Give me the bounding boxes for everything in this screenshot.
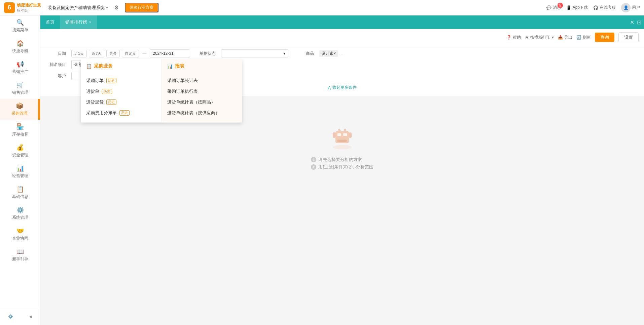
sidebar-item-finance[interactable]: 💰 资金管理 bbox=[0, 140, 40, 161]
purchase-section-icon: 📋 bbox=[86, 64, 92, 69]
sidebar-settings-button[interactable]: ⚙️ bbox=[8, 311, 13, 322]
box-icon: 📦 bbox=[16, 102, 23, 110]
date-7day[interactable]: 近7天 bbox=[89, 50, 104, 57]
tab-home[interactable]: 首页 bbox=[40, 15, 60, 29]
phone-icon: 📱 bbox=[566, 5, 571, 10]
page-content: ❓ 帮助 🖨 按模板打印 ▾ 📤 导出 🔄 刷新 查询 设置 bbox=[40, 29, 644, 325]
tab-close-icon[interactable]: × bbox=[89, 20, 92, 25]
window-close-icon[interactable]: ✕ bbox=[630, 19, 634, 26]
goods-more-icon[interactable]: ... bbox=[339, 51, 343, 56]
app-download-button[interactable]: 📱 App下载 bbox=[566, 5, 588, 10]
headset-icon: 🎧 bbox=[593, 5, 598, 10]
active-indicator bbox=[38, 99, 39, 120]
dropdown-arrow-icon[interactable]: ▾ bbox=[106, 5, 108, 10]
purchase-section-title: 📋 采购业务 bbox=[86, 63, 156, 71]
search-icon: 🔍 bbox=[16, 19, 24, 26]
sidebar-item-purchase[interactable]: 📦 采购管理 bbox=[0, 99, 40, 120]
sidebar-item-operations[interactable]: 📊 经营管理 bbox=[0, 161, 40, 182]
menu-item-goods-stat-by-product[interactable]: 进货单统计表（按商品） bbox=[167, 97, 237, 108]
settings-icon[interactable]: ⚙ bbox=[114, 4, 119, 11]
trial-button[interactable]: 体验行业方案 bbox=[125, 3, 158, 12]
logo-area: 6 畅捷通好生意 标准版 bbox=[4, 2, 44, 13]
date-custom[interactable]: 自定义 bbox=[122, 50, 139, 57]
page-settings-button[interactable]: 设置 bbox=[618, 32, 639, 42]
topbar-right: 💬 消息 5 📱 App下载 🎧 在线客服 👤 用户 bbox=[546, 3, 640, 12]
print-arrow-icon: ▾ bbox=[552, 35, 554, 40]
chart-icon: 📊 bbox=[16, 165, 24, 172]
history-badge-1: 历史 bbox=[102, 89, 112, 94]
customer-label: 客户 bbox=[46, 73, 66, 79]
sidebar-collapse-button[interactable]: ◀ bbox=[29, 311, 32, 322]
help-icon: ❓ bbox=[506, 35, 511, 40]
svg-rect-2 bbox=[337, 133, 341, 136]
empty-illustration bbox=[325, 123, 359, 150]
history-badge-2: 历史 bbox=[106, 99, 116, 105]
collapse-icon: ◀ bbox=[29, 314, 32, 319]
date-input[interactable]: 2024-12-31 bbox=[150, 49, 190, 57]
content-area: 首页 销售排行榜 × ✕ ⊡ ❓ 帮助 🖨 按模板打印 bbox=[40, 15, 644, 325]
report-section: 📊 报表 采购订单统计表 采购订单执行表 进货单统计表（按商品） bbox=[162, 59, 243, 122]
dropdown-header: 📋 采购业务 采购订单 历史 进货单 历史 进货退货 bbox=[81, 59, 242, 123]
print-icon: 🖨 bbox=[525, 35, 529, 40]
settings-bottom-icon: ⚙️ bbox=[8, 314, 13, 319]
sidebar-item-search[interactable]: 🔍 搜索菜单 bbox=[0, 15, 40, 36]
user-button[interactable]: 👤 用户 bbox=[621, 3, 640, 12]
window-maximize-icon[interactable]: ⊡ bbox=[637, 19, 641, 26]
sidebar-item-basic[interactable]: 📋 基础信息 bbox=[0, 182, 40, 203]
warehouse-icon: 🏪 bbox=[16, 123, 24, 130]
query-button[interactable]: 查询 bbox=[595, 33, 614, 42]
print-button[interactable]: 🖨 按模板打印 ▾ bbox=[525, 35, 554, 40]
message-badge: 5 bbox=[558, 3, 563, 8]
svg-rect-3 bbox=[343, 133, 347, 136]
menu-item-goods-return[interactable]: 进货退货 历史 bbox=[86, 97, 156, 108]
menu-item-purchase-order-exec[interactable]: 采购订单执行表 bbox=[167, 86, 237, 97]
date-range: 近1天 近7天 更多 自定义 — 2024-12-31 bbox=[71, 49, 190, 57]
sidebar-item-guide[interactable]: 📖 新手引导 bbox=[0, 245, 40, 266]
message-icon: 💬 bbox=[546, 5, 551, 10]
sidebar-item-marketing[interactable]: 📢 营销推广 bbox=[0, 57, 40, 78]
export-button[interactable]: 📤 导出 bbox=[558, 35, 572, 40]
handshake-icon: 🤝 bbox=[16, 227, 24, 235]
menu-item-goods-stat-by-supplier[interactable]: 进货单统计表（按供应商） bbox=[167, 108, 237, 118]
topbar: 6 畅捷通好生意 标准版 装备及固定资产辅助管理系统 ▾ ⚙ 体验行业方案 💬 … bbox=[0, 0, 644, 15]
report-section-icon: 📊 bbox=[167, 64, 173, 69]
message-button[interactable]: 💬 消息 5 bbox=[546, 5, 561, 10]
home-icon: 🏠 bbox=[16, 40, 24, 47]
menu-item-goods-receipt[interactable]: 进货单 历史 bbox=[86, 86, 156, 97]
refresh-button[interactable]: 🔄 刷新 bbox=[576, 35, 591, 40]
date-1day[interactable]: 近1天 bbox=[71, 50, 87, 57]
menu-item-purchase-order[interactable]: 采购订单 历史 bbox=[86, 75, 156, 86]
tab-sales-rank[interactable]: 销售排行榜 × bbox=[60, 15, 97, 29]
date-more[interactable]: 更多 bbox=[106, 50, 120, 57]
menu-item-expense[interactable]: 采购费用分摊单 历史 bbox=[86, 108, 156, 118]
tab-bar-right: ✕ ⊡ bbox=[630, 19, 644, 26]
svg-point-0 bbox=[333, 145, 352, 150]
book-icon: 📖 bbox=[16, 248, 24, 255]
purchase-section: 📋 采购业务 采购订单 历史 进货单 历史 进货退货 bbox=[81, 59, 162, 122]
sidebar-item-enterprise[interactable]: 🤝 企业协同 bbox=[0, 224, 40, 245]
help-button[interactable]: ❓ 帮助 bbox=[506, 35, 521, 40]
menu-item-purchase-order-stat[interactable]: 采购订单统计表 bbox=[167, 75, 237, 86]
collapse-up-icon: ⋀ bbox=[328, 85, 331, 90]
doc-status-select[interactable]: ▾ bbox=[221, 49, 288, 57]
history-badge-0: 历史 bbox=[106, 78, 116, 83]
goods-filter: 设计素× ... bbox=[319, 50, 343, 57]
megaphone-icon: 📢 bbox=[16, 60, 24, 68]
select-arrow-icon: ▾ bbox=[283, 51, 285, 56]
sidebar-item-quick[interactable]: 🏠 快捷导航 bbox=[0, 36, 40, 57]
hint-num-2: ② bbox=[311, 164, 316, 170]
sidebar-item-inventory[interactable]: 🏪 库存核算 bbox=[0, 120, 40, 140]
refresh-icon: 🔄 bbox=[576, 35, 581, 40]
svg-rect-6 bbox=[337, 140, 347, 142]
date-label: 日期 bbox=[46, 51, 66, 56]
avatar: 👤 bbox=[621, 3, 631, 12]
cart-icon: 🛒 bbox=[16, 81, 24, 89]
clipboard-icon: 📋 bbox=[16, 186, 24, 193]
sidebar-bottom: ⚙️ ◀ bbox=[0, 308, 40, 325]
svg-rect-4 bbox=[333, 132, 335, 138]
sidebar-item-system[interactable]: ⚙️ 系统管理 bbox=[0, 203, 40, 224]
filter-toolbar: ❓ 帮助 🖨 按模板打印 ▾ 📤 导出 🔄 刷新 查询 设置 bbox=[40, 29, 644, 46]
sidebar-item-sales[interactable]: 🛒 销售管理 bbox=[0, 78, 40, 99]
online-service-button[interactable]: 🎧 在线客服 bbox=[593, 5, 616, 10]
logo-text: 畅捷通好生意 标准版 bbox=[17, 2, 41, 13]
